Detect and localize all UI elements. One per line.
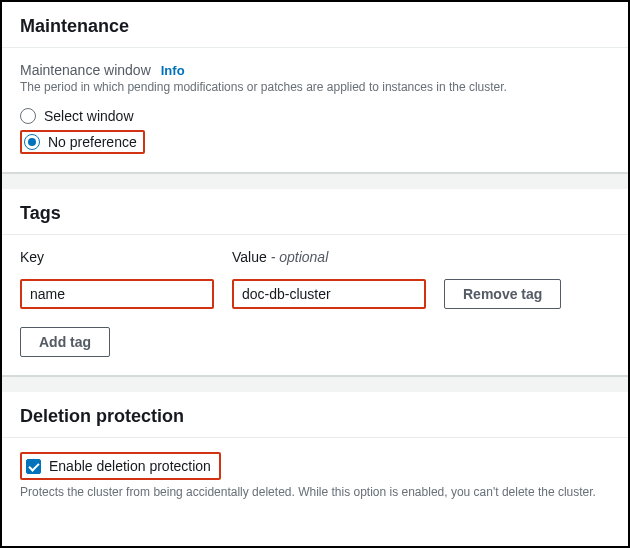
tag-key-input[interactable]: [22, 281, 212, 307]
tag-value-column: Value - optional: [232, 249, 426, 309]
maintenance-body: Maintenance window Info The period in wh…: [2, 48, 628, 172]
tag-value-input[interactable]: [234, 281, 424, 307]
tags-title: Tags: [20, 203, 610, 224]
radio-icon: [20, 108, 36, 124]
deletion-title: Deletion protection: [20, 406, 610, 427]
radio-select-window-label: Select window: [44, 108, 134, 124]
tag-value-label: Value - optional: [232, 249, 426, 265]
tag-remove-column: Remove tag: [444, 259, 561, 309]
tag-key-label: Key: [20, 249, 214, 265]
checkbox-icon: [26, 459, 41, 474]
enable-deletion-protection-checkbox[interactable]: Enable deletion protection: [26, 458, 211, 474]
deletion-header: Deletion protection: [2, 392, 628, 437]
radio-select-window[interactable]: Select window: [20, 104, 610, 128]
tags-body: Key Value - optional Remove tag Add tag: [2, 235, 628, 375]
radio-no-preference-highlight: No preference: [20, 130, 145, 154]
deletion-panel: Deletion protection Enable deletion prot…: [2, 392, 628, 509]
tags-header: Tags: [2, 189, 628, 234]
add-tag-row: Add tag: [20, 327, 610, 357]
tag-value-highlight: [232, 279, 426, 309]
enable-deletion-protection-label: Enable deletion protection: [49, 458, 211, 474]
radio-no-preference[interactable]: No preference: [24, 134, 137, 150]
tag-key-column: Key: [20, 249, 214, 309]
tag-key-highlight: [20, 279, 214, 309]
add-tag-button[interactable]: Add tag: [20, 327, 110, 357]
deletion-checkbox-highlight: Enable deletion protection: [20, 452, 221, 480]
maintenance-window-label-row: Maintenance window Info: [20, 62, 610, 78]
tags-panel: Tags Key Value - optional Remove tag: [2, 189, 628, 376]
maintenance-window-label: Maintenance window: [20, 62, 151, 78]
maintenance-window-description: The period in which pending modification…: [20, 80, 610, 94]
tag-row: Key Value - optional Remove tag: [20, 249, 610, 309]
info-link[interactable]: Info: [161, 63, 185, 78]
maintenance-title: Maintenance: [20, 16, 610, 37]
radio-icon: [24, 134, 40, 150]
remove-tag-button[interactable]: Remove tag: [444, 279, 561, 309]
deletion-description: Protects the cluster from being accident…: [20, 484, 610, 501]
radio-no-preference-label: No preference: [48, 134, 137, 150]
deletion-body: Enable deletion protection Protects the …: [2, 438, 628, 509]
maintenance-panel: Maintenance Maintenance window Info The …: [2, 2, 628, 173]
maintenance-header: Maintenance: [2, 2, 628, 47]
